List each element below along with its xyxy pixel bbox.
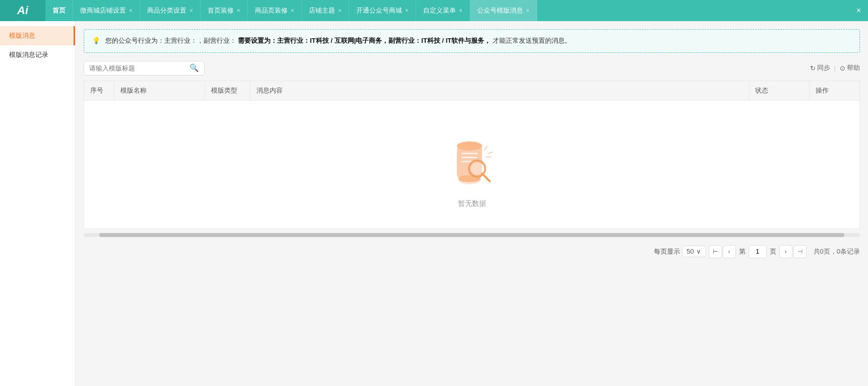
col-status: 状态 — [749, 81, 810, 100]
close-tab-shop-settings[interactable]: × — [129, 7, 132, 14]
per-page-dropdown-icon: ∨ — [696, 248, 701, 255]
help-button[interactable]: ⊙ 帮助 — [840, 63, 860, 72]
col-index: 序号 — [84, 81, 114, 100]
nav-tab-home-deco-label: 首页装修 — [208, 6, 234, 15]
page-label: 第 — [739, 247, 746, 256]
page-suffix-label: 页 — [770, 247, 776, 256]
nav-tab-shop-settings[interactable]: 微商城店铺设置 × — [73, 0, 140, 21]
current-page-input[interactable] — [749, 245, 767, 258]
sidebar-item-template-message-record[interactable]: 模版消息记录 — [0, 45, 75, 64]
svg-point-9 — [471, 163, 483, 175]
data-table: 序号 模版名称 模版类型 消息内容 状态 操作 — [84, 81, 860, 229]
svg-line-11 — [488, 152, 492, 153]
empty-state: 暂无数据 — [84, 101, 859, 228]
app-logo: Ai — [0, 0, 45, 21]
toolbar-actions: ↻ 同步 | ⊙ 帮助 — [810, 63, 860, 72]
sync-label: 同步 — [817, 63, 830, 72]
table-header-row: 序号 模版名称 模版类型 消息内容 状态 操作 — [84, 81, 860, 100]
nav-tab-template-msg-label: 公众号模版消息 — [477, 6, 523, 15]
notice-highlight: 需要设置为：主营行业：IT科技 / 互联网|电子商务，副营行业：IT科技 / I… — [238, 37, 491, 44]
per-page-value: 50 — [687, 248, 694, 255]
nav-tab-product-deco-label: 商品页装修 — [255, 6, 288, 15]
col-action: 操作 — [810, 81, 860, 100]
svg-point-2 — [457, 141, 482, 150]
empty-text: 暂无数据 — [458, 199, 486, 208]
close-tab-open-mall[interactable]: × — [405, 7, 409, 14]
empty-state-row: 暂无数据 — [84, 100, 860, 228]
main-layout: 模版消息 模版消息记录 💡 您的公众号行业为：主营行业：，副营行业： 需要设置为… — [0, 21, 868, 386]
nav-tab-shop-settings-label: 微商城店铺设置 — [80, 6, 126, 15]
scrollbar-thumb[interactable] — [99, 233, 844, 237]
col-type: 模版类型 — [205, 81, 250, 100]
notice-text-suffix: 才能正常发送预置的消息。 — [493, 37, 571, 44]
help-label: 帮助 — [847, 63, 860, 72]
horizontal-scrollbar[interactable] — [84, 233, 860, 237]
close-tab-custom-menu[interactable]: × — [459, 7, 462, 14]
sidebar-item-template-record-label: 模版消息记录 — [9, 51, 48, 58]
toolbar-row: 🔍 ↻ 同步 | ⊙ 帮助 — [84, 61, 860, 75]
notice-box: 💡 您的公众号行业为：主营行业：，副营行业： 需要设置为：主营行业：IT科技 /… — [84, 29, 860, 53]
empty-state-illustration — [442, 131, 502, 191]
last-page-button[interactable]: ⊣ — [793, 245, 807, 258]
svg-line-10 — [485, 146, 487, 150]
total-records-text: 共0页，0条记录 — [814, 247, 860, 256]
sync-button[interactable]: ↻ 同步 — [810, 63, 830, 72]
nav-tab-home-label: 首页 — [52, 6, 65, 15]
nav-tab-custom-menu-label: 自定义菜单 — [423, 6, 456, 15]
search-button[interactable]: 🔍 — [184, 63, 204, 72]
nav-tab-open-mall-label: 开通公众号商城 — [356, 6, 402, 15]
next-page-button[interactable]: › — [779, 245, 792, 258]
close-tab-category[interactable]: × — [189, 7, 193, 14]
nav-tab-home[interactable]: 首页 — [45, 0, 73, 21]
col-name: 模版名称 — [114, 81, 205, 100]
first-page-button[interactable]: ⊢ — [709, 245, 722, 258]
sidebar: 模版消息 模版消息记录 — [0, 21, 76, 386]
prev-page-button[interactable]: ‹ — [723, 245, 736, 258]
notice-text-prefix: 您的公众号行业为：主营行业：，副营行业： — [105, 37, 236, 44]
per-page-select[interactable]: 50 ∨ — [682, 246, 705, 257]
nav-tab-open-mall[interactable]: 开通公众号商城 × — [349, 0, 416, 21]
per-page-label: 每页显示 — [654, 247, 680, 256]
per-page-area: 每页显示 50 ∨ — [654, 246, 705, 257]
sidebar-item-template-message-label: 模版消息 — [9, 32, 35, 39]
top-navigation: Ai 首页 微商城店铺设置 × 商品分类设置 × 首页装修 × 商品页装修 × … — [0, 0, 868, 21]
close-tab-product-deco[interactable]: × — [291, 7, 294, 14]
pagination: 每页显示 50 ∨ ⊢ ‹ 第 页 › ⊣ 共0页，0条记录 — [84, 241, 860, 262]
notice-icon: 💡 — [92, 37, 100, 44]
help-icon: ⊙ — [840, 64, 845, 72]
sidebar-item-template-message[interactable]: 模版消息 — [0, 26, 75, 45]
sync-icon: ↻ — [810, 64, 816, 72]
search-input[interactable] — [84, 61, 184, 75]
nav-tab-product-decoration[interactable]: 商品页装修 × — [248, 0, 302, 21]
page-navigation: ⊢ ‹ 第 页 › ⊣ — [709, 245, 807, 258]
close-tab-template-msg[interactable]: × — [526, 7, 529, 14]
close-tab-home-deco[interactable]: × — [237, 7, 240, 14]
nav-tab-template-msg[interactable]: 公众号模版消息 × — [470, 0, 537, 21]
close-all-tabs-button[interactable]: × — [849, 0, 868, 21]
close-tab-store-theme[interactable]: × — [338, 7, 342, 14]
search-area: 🔍 — [84, 61, 205, 75]
nav-tab-category-label: 商品分类设置 — [147, 6, 186, 15]
nav-tab-store-theme[interactable]: 店铺主题 × — [302, 0, 349, 21]
nav-tab-store-theme-label: 店铺主题 — [309, 6, 335, 15]
content-area: 💡 您的公众号行业为：主营行业：，副营行业： 需要设置为：主营行业：IT科技 /… — [76, 21, 868, 386]
nav-tab-custom-menu[interactable]: 自定义菜单 × — [416, 0, 470, 21]
nav-tab-category-settings[interactable]: 商品分类设置 × — [140, 0, 201, 21]
col-content: 消息内容 — [250, 81, 749, 100]
nav-tab-home-decoration[interactable]: 首页装修 × — [201, 0, 248, 21]
toolbar-divider: | — [834, 64, 836, 72]
